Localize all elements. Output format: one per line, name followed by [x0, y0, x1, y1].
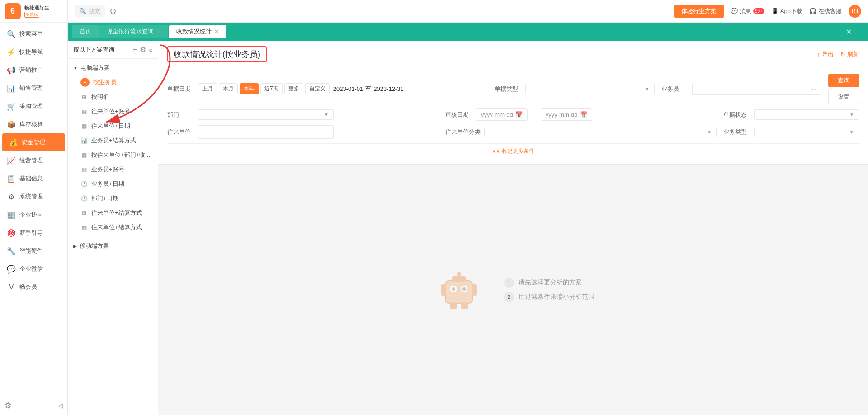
scheme-item-salesperson-date[interactable]: 🕐 业务员+日期 [68, 177, 158, 191]
tab-collection[interactable]: 收款情况统计 ✕ [169, 25, 226, 38]
settings-icon[interactable]: ⚙ [5, 401, 12, 410]
calendar-start-icon[interactable]: 📅 [515, 111, 523, 118]
active-scheme-icon: ● [80, 78, 90, 87]
sidebar-item-sales[interactable]: 📊销售管理 [0, 79, 67, 97]
nav-icon-enterprise: 🏢 [7, 210, 16, 219]
sidebar-item-quicknav[interactable]: ⚡快捷导航 [0, 43, 67, 61]
app-download-action[interactable]: 📱 App下载 [771, 7, 802, 15]
collapse-sidebar-icon[interactable]: ◁ [58, 402, 63, 409]
svg-point-8 [457, 272, 461, 276]
filter-area: 单据日期 上月 本月 本年 近7天 更多 自定义 2023-01-01 至 [158, 68, 868, 165]
date-btn-7days[interactable]: 近7天 [260, 83, 283, 94]
mobile-expand-icon: ▶ [73, 244, 77, 249]
tab-bank[interactable]: 现金银行流水查询 ✕ [99, 25, 168, 38]
sidebar-item-wechat[interactable]: 💬企业微信 [0, 260, 67, 278]
scheme-item-by-salesperson[interactable]: ● 按业务员 [68, 75, 158, 90]
mobile-scheme-header[interactable]: ▶ 移动端方案 [68, 239, 158, 253]
nav-label-hardware: 智能硬件 [19, 247, 43, 255]
refresh-button[interactable]: ↻ 刷新 [840, 50, 859, 58]
sidebar-item-operation[interactable]: 📈经营管理 [0, 151, 67, 170]
partner-dots[interactable]: ··· [323, 128, 329, 136]
sidebar-item-member[interactable]: V畅会员 [0, 278, 67, 296]
dept-label: 部门 [167, 111, 194, 119]
page-header: 收款情况统计(按业务员) ↑ 导出 ↻ 刷新 [158, 41, 868, 68]
calendar-end-icon[interactable]: 📅 [580, 111, 587, 118]
empty-content: 1 请先选择要分析的方案 2 用过滤条件来缩小分析范围 [158, 165, 868, 415]
page-title: 收款情况统计(按业务员) [174, 50, 260, 59]
svg-rect-9 [450, 302, 457, 309]
sidebar-item-guide[interactable]: 🎯新手引导 [0, 224, 67, 242]
online-service-action[interactable]: 🎧 在线客服 [809, 7, 842, 15]
scheme-item-by-detail[interactable]: ⊞ 按明细 [68, 90, 158, 104]
scheme-item-partner-date[interactable]: ▦ 往来单位+日期 [68, 119, 158, 133]
sidebar-item-enterprise[interactable]: 🏢企业协同 [0, 206, 67, 224]
nav-label-sales: 销售管理 [19, 84, 43, 92]
filter-business-type: 业务类型 ▼ [723, 127, 859, 137]
salesperson-dots[interactable]: ··· [811, 85, 816, 92]
window-maximize-btn[interactable]: ⛶ [856, 28, 863, 36]
settings-button[interactable]: 设置 [828, 90, 859, 104]
date-btn-custom[interactable]: 自定义 [305, 83, 330, 94]
doc-status-select[interactable]: ▼ [754, 109, 859, 120]
topbar-settings-icon[interactable]: ⚙ [109, 6, 117, 16]
query-button[interactable]: 查询 [828, 74, 859, 87]
business-type-select[interactable]: ▼ [754, 127, 859, 137]
scheme-item-salesperson-account[interactable]: ▦ 业务员+账号 [68, 162, 158, 177]
date-btn-more[interactable]: 更多 [284, 83, 303, 94]
dept-select[interactable]: ▼ [198, 109, 334, 120]
sidebar-item-system[interactable]: ⚙系统管理 [0, 188, 67, 206]
sidebar-footer[interactable]: ⚙ ◁ [0, 396, 67, 415]
sidebar-item-basic[interactable]: 📋基础信息 [0, 170, 67, 188]
page-title-box: 收款情况统计(按业务员) [167, 46, 267, 62]
scheme-item-partner-payment2[interactable]: ▦ 往来单位+结算方式 [68, 220, 158, 235]
partner-category-select[interactable]: ▼ [484, 127, 717, 137]
sidebar-item-purchase[interactable]: 🛒采购管理 [0, 97, 67, 115]
user-avatar[interactable]: Rit [849, 5, 861, 18]
scheme-item-partner-dept-collect[interactable]: ▦ 按往来单位+部门+收... [68, 148, 158, 162]
nav-icon-inventory: 📦 [7, 120, 16, 129]
sidebar: 6 畅捷通好生. 标准版 🔍搜索菜单⚡快捷导航📢营销推广📊销售管理🛒采购管理📦库… [0, 0, 68, 415]
window-close-btn[interactable]: ✕ [846, 28, 852, 36]
nav-label-enterprise: 企业协同 [19, 211, 43, 219]
scheme-item-salesperson-payment[interactable]: 📊 业务员+结算方式 [68, 133, 158, 148]
tab-home[interactable]: 首页 [72, 25, 99, 38]
scheme-item-dept-date[interactable]: 🕐 部门+日期 [68, 191, 158, 206]
nav-label-system: 系统管理 [19, 193, 43, 201]
nav-label-search: 搜索菜单 [19, 30, 43, 38]
partner-select[interactable]: ··· [198, 125, 334, 139]
tab-collection-close[interactable]: ✕ [214, 28, 219, 35]
sidebar-item-marketing[interactable]: 📢营销推广 [0, 61, 67, 79]
tab-bank-close[interactable]: ✕ [156, 28, 161, 35]
svg-rect-7 [452, 276, 466, 282]
review-date-end-input[interactable]: yyyy-mm-dd 📅 [541, 108, 592, 121]
scheme-item-partner-payment1[interactable]: ⊞ 往来单位+结算方式 [68, 206, 158, 220]
export-button[interactable]: ↑ 导出 [817, 50, 834, 58]
collapse-panel-icon[interactable]: « [149, 46, 152, 53]
scheme-item-partner-account[interactable]: ▦ 往来单位+账号 [68, 104, 158, 119]
empty-tip-2: 2 用过滤条件来缩小分析范围 [504, 292, 594, 302]
date-btn-this-year[interactable]: 本年 [240, 83, 259, 94]
review-date-label: 审核日期 [445, 111, 472, 119]
search-icon: 🔍 [79, 8, 86, 14]
date-btn-this-month[interactable]: 本月 [219, 83, 238, 94]
trial-button[interactable]: 体验行业方案 [674, 5, 724, 18]
sidebar-item-inventory[interactable]: 📦库存核算 [0, 115, 67, 133]
sidebar-item-search[interactable]: 🔍搜索菜单 [0, 25, 67, 43]
search-bar[interactable]: 🔍 搜索 [75, 5, 105, 17]
sidebar-item-fund[interactable]: 💰资金管理 [2, 133, 65, 151]
sidebar-item-hardware[interactable]: 🔧智能硬件 [0, 242, 67, 260]
review-date-start-text: yyyy-mm-dd [481, 111, 513, 118]
svg-point-5 [452, 287, 455, 291]
scheme-settings-icon[interactable]: ⚙ [140, 45, 146, 54]
desktop-scheme-header[interactable]: ▼ 电脑端方案 [68, 61, 158, 75]
tabs-bar: 首页 现金银行流水查询 ✕ 收款情况统计 ✕ ✕ ⛶ [68, 23, 868, 41]
collapse-bar[interactable]: ∧∧ 收起更多条件 [167, 143, 859, 159]
main-area: 🔍 搜索 ⚙ 体验行业方案 💬 消息 99+ 📱 App下载 🎧 在线客服 Ri… [68, 0, 868, 415]
add-scheme-btn[interactable]: + [133, 46, 137, 54]
salesperson-select[interactable]: ··· [692, 83, 821, 95]
review-date-start-input[interactable]: yyyy-mm-dd 📅 [476, 108, 528, 121]
date-btn-last-month[interactable]: 上月 [198, 83, 217, 94]
download-icon: 📱 [771, 8, 778, 14]
message-action[interactable]: 💬 消息 99+ [731, 7, 764, 15]
doc-type-select[interactable]: ▼ [525, 84, 655, 94]
